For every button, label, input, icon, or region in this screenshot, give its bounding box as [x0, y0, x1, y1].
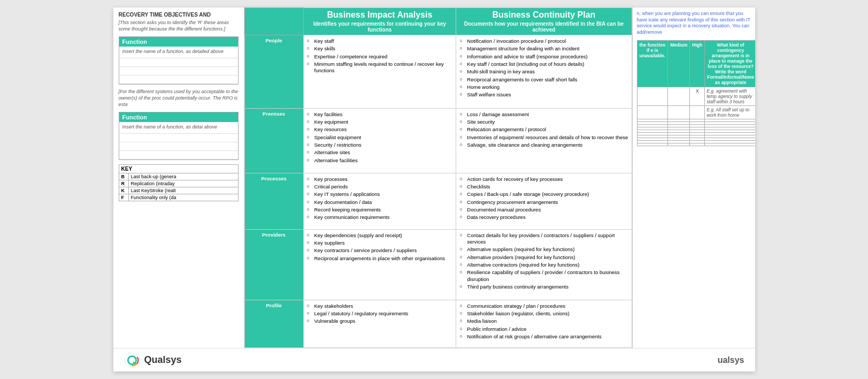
bia-header: Business Impact Analysis Identifies your… — [303, 8, 456, 35]
list-item: Action cards for recovery of key process… — [459, 176, 628, 183]
medium-cell-1[interactable] — [668, 87, 690, 105]
list-item: Security / restrictions — [307, 141, 453, 149]
high-cell-12[interactable] — [690, 143, 705, 146]
qualsys-logo-icon — [124, 352, 140, 368]
table-row-people: People Key staff Key skills Expertise / … — [244, 35, 632, 109]
unavail-cell-12[interactable] — [637, 143, 668, 146]
list-item: Resilience capability of suppliers / pro… — [459, 269, 628, 283]
key-table: KEY B Last back-up (genera R Replication… — [119, 164, 239, 201]
list-item: Key contractors / service providers / su… — [307, 247, 453, 254]
list-item: Home working — [459, 84, 628, 91]
function-body-1[interactable]: Insert the name of a function, as detail… — [119, 47, 238, 58]
contingency-cell-12[interactable] — [705, 143, 755, 146]
contingency-cell-2[interactable]: E.g. All staff set up to work from home — [705, 105, 755, 119]
key-desc-b: Last back-up (genera — [128, 173, 238, 180]
function-box-2: Function Insert the name of a function, … — [119, 112, 239, 160]
list-item: Site security — [459, 118, 628, 126]
list-item: Key resources — [307, 126, 453, 133]
function-box-1: Function Insert the name of a function, … — [119, 36, 239, 85]
list-item: Record keeping requirements — [307, 206, 453, 214]
contingency-row-1: X E.g. agreement with temp agency to sup… — [637, 87, 755, 105]
function-row-1c[interactable] — [119, 75, 238, 84]
list-item: Vulnerable groups — [307, 317, 453, 325]
footer: Qualsys ualsys — [113, 348, 755, 372]
list-item: Copies / Back-ups / safe storage (recove… — [459, 191, 628, 198]
document-container: RECOVERY TIME OBJECTIVES AND [This secti… — [113, 7, 755, 372]
unavail-cell-1[interactable] — [637, 87, 668, 105]
list-item: Salvage, site clearance and cleaning arr… — [459, 141, 628, 149]
bcp-premises: Loss / damage assessment Site security R… — [456, 108, 632, 173]
list-item: Management structure for dealing with an… — [459, 45, 628, 52]
col-medium-header: Medium — [668, 40, 690, 87]
list-item: Stakeholder liaison (regulator, clients,… — [459, 310, 628, 317]
list-item: Key staff — [307, 37, 453, 45]
bia-title: Business Impact Analysis — [307, 10, 453, 20]
function-row-2b[interactable] — [119, 142, 238, 151]
bia-providers: Key dependencies (supply and receipt) Ke… — [303, 229, 456, 300]
bia-table: Business Impact Analysis Identifies your… — [244, 7, 632, 348]
category-people: People — [244, 35, 303, 109]
page-wrapper: RECOVERY TIME OBJECTIVES AND [This secti… — [0, 0, 868, 379]
bia-profile: Key stakeholders Legal / statutory / reg… — [303, 300, 456, 347]
list-item: Alternative contractors (required for ke… — [459, 261, 628, 269]
list-item: Inventories of equipment/ resources and … — [459, 134, 628, 141]
main-content: RECOVERY TIME OBJECTIVES AND [This secti… — [113, 7, 755, 348]
left-panel: RECOVERY TIME OBJECTIVES AND [This secti… — [113, 7, 244, 348]
category-profile: Profile — [244, 300, 303, 347]
list-item: Data recovery procedures — [459, 214, 628, 221]
function-row-2a[interactable] — [119, 134, 238, 142]
key-row-r: R Replication (intraday — [119, 180, 238, 187]
bia-people: Key staff Key skills Expertise / compete… — [303, 35, 456, 109]
medium-cell-12[interactable] — [668, 143, 690, 146]
high-cell-2[interactable] — [690, 105, 705, 119]
list-item: Alternative providers (required for key … — [459, 254, 628, 261]
key-letter-b: B — [119, 173, 128, 180]
table-row-providers: Providers Key dependencies (supply and r… — [244, 229, 632, 300]
col-unavail-header: the function if e is unavailable. — [637, 40, 668, 87]
function-row-2c[interactable] — [119, 151, 238, 160]
high-cell-1[interactable]: X — [690, 87, 705, 105]
list-item: Alternative suppliers (required for key … — [459, 246, 628, 253]
col-high-header: High — [690, 40, 705, 87]
right-panel: n, when you are planning you can ensure … — [632, 7, 755, 348]
contingency-row-2: E.g. All staff set up to work from home — [637, 105, 755, 119]
bia-people-list: Key staff Key skills Expertise / compete… — [307, 37, 453, 75]
list-item: Key IT systems / applications — [307, 191, 453, 198]
bia-processes: Key processes Critical periods Key IT sy… — [303, 173, 456, 229]
bcp-profile: Communication strategy / plan / procedur… — [456, 300, 632, 347]
list-item: Key facilities — [307, 111, 453, 118]
list-item: Specialist equipment — [307, 134, 453, 141]
rto-italic: [This section asks you to identify the '… — [119, 20, 239, 32]
key-desc-f: Functionality only (da — [128, 194, 238, 201]
list-item: Legal / statutory / regulatory requireme… — [307, 310, 453, 317]
list-item: Key staff / contact list (including out … — [459, 60, 628, 68]
list-item: Key equipment — [307, 118, 453, 126]
rto-title: RECOVERY TIME OBJECTIVES AND — [119, 12, 239, 18]
contingency-cell-1[interactable]: E.g. agreement with temp agency to suppl… — [705, 87, 755, 105]
list-item: Key skills — [307, 45, 453, 52]
medium-cell-2[interactable] — [668, 105, 690, 119]
key-title: KEY — [119, 165, 238, 173]
list-item: Key processes — [307, 176, 453, 183]
list-item: Checklists — [459, 183, 628, 191]
function-row-1b[interactable] — [119, 67, 238, 75]
contingency-table: the function if e is unavailable. Medium… — [637, 40, 755, 146]
rpo-italic: [For the different systems used by you a… — [119, 89, 239, 108]
category-providers: Providers — [244, 229, 303, 300]
table-row-premises: Premises Key facilities Key equipment Ke… — [244, 108, 632, 173]
function-body-2[interactable]: Insert the name of a function, as detai … — [119, 122, 238, 134]
function-row-1a[interactable] — [119, 58, 238, 67]
contingency-row-12 — [637, 143, 755, 146]
key-letter-k: K — [119, 187, 128, 194]
footer-brand-left: Qualsys — [144, 354, 182, 366]
list-item: Relocation arrangements / protocol — [459, 126, 628, 133]
list-item: Communication strategy / plan / procedur… — [459, 302, 628, 310]
unavail-cell-2[interactable] — [637, 105, 668, 119]
list-item: Contact details for key providers / cont… — [459, 232, 628, 246]
list-item: Expertise / competence required — [307, 53, 453, 60]
bia-premises: Key facilities Key equipment Key resourc… — [303, 108, 456, 173]
list-item: Staff welfare issues — [459, 91, 628, 98]
bcp-providers: Contact details for key providers / cont… — [456, 229, 632, 300]
list-item: Loss / damage assessment — [459, 111, 628, 118]
list-item: Notification / invocation procedure / pr… — [459, 37, 628, 45]
